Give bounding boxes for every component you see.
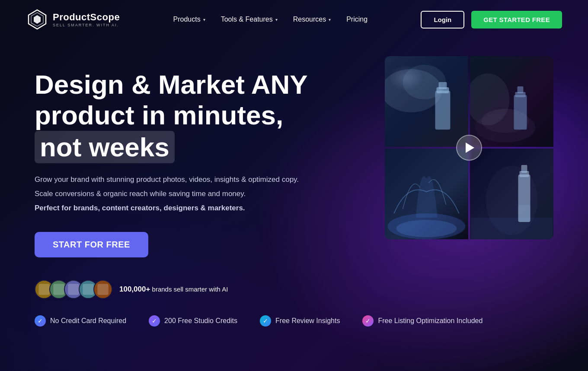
hero-content: Design & Market ANY product in minutes, … — [35, 56, 359, 299]
video-cell-1 — [385, 56, 468, 147]
hero-highlight: not weeks — [35, 131, 175, 163]
video-scene-2 — [470, 56, 553, 147]
svg-rect-10 — [83, 284, 93, 295]
chevron-down-icon: ▾ — [203, 17, 205, 22]
benefit-studio-credits: ✓ 200 Free Studio Credits — [149, 315, 260, 327]
chevron-down-icon: ▾ — [275, 17, 278, 22]
avatar-icon — [94, 281, 112, 298]
logo-text: ProductScope — [53, 12, 120, 23]
benefit-no-cc: ✓ No Credit Card Required — [35, 315, 149, 327]
svg-rect-17 — [439, 82, 447, 89]
check-icon: ✓ — [260, 315, 271, 327]
video-cell-2 — [470, 56, 553, 147]
nav-links: Products ▾ Tools & Features ▾ Resources … — [173, 16, 368, 23]
hero-title: Design & Market ANY product in minutes, … — [35, 69, 359, 163]
video-scene-3 — [385, 149, 468, 239]
login-button[interactable]: Login — [421, 11, 464, 29]
svg-point-25 — [396, 220, 457, 237]
svg-rect-22 — [518, 86, 524, 93]
svg-point-31 — [486, 166, 538, 235]
nav-item-tools[interactable]: Tools & Features ▾ — [221, 16, 278, 23]
check-icon: ✓ — [362, 315, 374, 327]
benefit-listing-optimization: ✓ Free Listing Optimization Included — [362, 315, 505, 327]
start-free-button[interactable]: START FOR FREE — [35, 232, 148, 257]
avatar-stack — [35, 280, 112, 299]
video-play-button[interactable] — [456, 135, 482, 161]
svg-rect-20 — [514, 95, 527, 130]
video-scene-1 — [385, 56, 468, 147]
hero-description: Grow your brand with stunning product ph… — [35, 174, 303, 215]
video-cell-3 — [385, 149, 468, 239]
avatar — [93, 280, 112, 299]
nav-item-resources[interactable]: Resources ▾ — [293, 16, 331, 23]
hero-section: Design & Market ANY product in minutes, … — [0, 39, 588, 299]
logo[interactable]: ProductScope SELL SMARTER. WITH AI. — [26, 8, 120, 31]
social-proof-text: 100,000+ brands sell smarter with AI — [119, 285, 228, 294]
video-cell-4 — [470, 149, 553, 239]
nav-item-pricing[interactable]: Pricing — [346, 16, 368, 23]
svg-rect-4 — [38, 284, 49, 295]
logo-tagline: SELL SMARTER. WITH AI. — [53, 23, 120, 27]
nav-actions: Login GET STARTED FREE — [421, 11, 562, 29]
get-started-button[interactable]: GET STARTED FREE — [471, 11, 562, 29]
check-icon: ✓ — [149, 315, 160, 327]
navbar: ProductScope SELL SMARTER. WITH AI. Prod… — [0, 0, 588, 39]
video-scene-4 — [470, 149, 553, 239]
svg-marker-2 — [34, 15, 41, 24]
svg-rect-12 — [97, 284, 108, 295]
svg-rect-8 — [68, 284, 79, 295]
hero-video — [385, 56, 553, 239]
benefit-review-insights: ✓ Free Review Insights — [260, 315, 362, 327]
logo-icon — [26, 8, 48, 31]
video-grid — [385, 56, 553, 239]
nav-item-products[interactable]: Products ▾ — [173, 16, 205, 23]
play-icon — [466, 143, 474, 153]
chevron-down-icon: ▾ — [329, 17, 331, 22]
svg-rect-15 — [435, 91, 451, 130]
social-proof: 100,000+ brands sell smarter with AI — [35, 280, 359, 299]
benefits-bar: ✓ No Credit Card Required ✓ 200 Free Stu… — [0, 303, 588, 339]
svg-rect-6 — [53, 284, 64, 295]
check-icon: ✓ — [35, 315, 46, 327]
